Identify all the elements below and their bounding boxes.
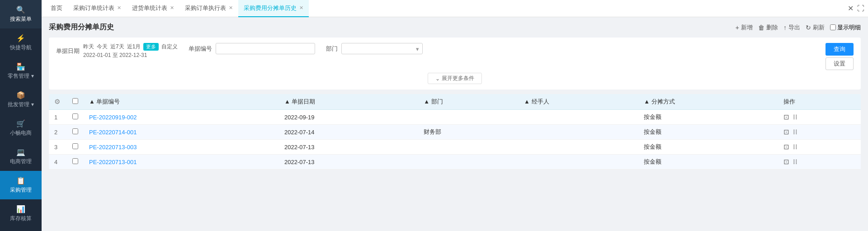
col-dept-label: ▲ 部门 xyxy=(424,98,443,105)
sidebar-icon-inventory: 📊 xyxy=(16,205,25,213)
tab-home[interactable]: 首页 xyxy=(45,0,68,17)
tab-close-inbound-stat[interactable]: ✕ xyxy=(170,5,174,11)
tab-purchase-order-stat[interactable]: 采购订单统计表✕ xyxy=(68,0,127,17)
order-no-input[interactable] xyxy=(216,43,315,54)
tab-bar: 首页采购订单统计表✕进货单统计表✕采购订单执行表✕采购费用分摊单历史✕ ✕ ⛶ xyxy=(42,0,868,17)
row-checkbox-cell-2 xyxy=(67,140,84,155)
setting-button[interactable]: 设置 xyxy=(826,57,854,70)
row-num-1: 2 xyxy=(49,125,67,140)
expand-conditions-button[interactable]: ⌄ 展开更多条件 xyxy=(428,73,482,84)
dept-select[interactable]: 财务部 xyxy=(341,43,423,54)
action-btn-add[interactable]: +新增 xyxy=(736,24,753,32)
row-checkbox-cell-3 xyxy=(67,155,84,170)
header-actions: +新增🗑删除↑导出↻刷新显示明细 xyxy=(736,24,861,32)
query-panel: 单据日期 昨天今天近7天近1月更多自定义 2022-01-01 至 2022-1… xyxy=(49,38,861,90)
edit-icon-0[interactable]: ⊡ xyxy=(783,113,789,121)
date-shortcut-自定义[interactable]: 自定义 xyxy=(161,43,178,51)
sidebar-item-retail[interactable]: 🏪零售管理 ▾ xyxy=(0,57,42,85)
row-checkbox-0[interactable] xyxy=(72,113,78,119)
action-btn-refresh[interactable]: ↻刷新 xyxy=(806,24,825,32)
row-ops-3: ⊡ ⁞⁞ xyxy=(778,155,861,170)
sidebar-item-wholesale[interactable]: 📦批发管理 ▾ xyxy=(0,85,42,114)
tab-purchase-cost-split[interactable]: 采购费用分摊单历史✕ xyxy=(238,0,309,17)
sidebar-icon-ecom-small: 🛒 xyxy=(16,119,25,128)
more-icon-2[interactable]: ⁞⁞ xyxy=(793,143,797,151)
sidebar: 🔍搜索菜单⚡快捷导航🏪零售管理 ▾📦批发管理 ▾🛒小畅电商💻电商管理📋采购管理📊… xyxy=(0,0,42,231)
date-shortcut-近7天[interactable]: 近7天 xyxy=(110,43,124,51)
sidebar-item-search[interactable]: 🔍搜索菜单 xyxy=(0,0,42,28)
order-no-link-1[interactable]: PE-20220714-001 xyxy=(89,129,137,136)
edit-icon-2[interactable]: ⊡ xyxy=(783,143,789,151)
display-cols-checkbox[interactable] xyxy=(830,24,836,30)
action-icon-export: ↑ xyxy=(783,24,787,31)
date-label: 单据日期 xyxy=(56,47,80,55)
col-settings: ⚙ xyxy=(49,94,67,110)
action-btn-delete[interactable]: 🗑删除 xyxy=(758,24,778,32)
sidebar-icon-purchase: 📋 xyxy=(16,176,25,185)
col-date-label: ▲ 单据日期 xyxy=(284,98,315,105)
search-button[interactable]: 查询 xyxy=(826,43,854,56)
edit-icon-1[interactable]: ⊡ xyxy=(783,128,789,136)
data-table: ⚙ ▲ 单据编号 ▲ 单据日期 ▲ 部门 xyxy=(49,94,861,170)
header-row: ⚙ ▲ 单据编号 ▲ 单据日期 ▲ 部门 xyxy=(49,94,861,110)
tab-close-purchase-cost-split[interactable]: ✕ xyxy=(299,5,303,11)
date-range: 2022-01-01 至 2022-12-31 xyxy=(83,52,178,59)
order-no-link-2[interactable]: PE-20220713-003 xyxy=(89,144,137,151)
date-shortcut-昨天[interactable]: 昨天 xyxy=(83,43,94,51)
tab-purchase-order-exec[interactable]: 采购订单执行表✕ xyxy=(179,0,238,17)
row-checkbox-3[interactable] xyxy=(72,158,78,164)
action-label-export: 导出 xyxy=(788,24,800,32)
maximize-icon[interactable]: ⛶ xyxy=(857,5,864,13)
close-window-icon[interactable]: ✕ xyxy=(848,4,854,13)
more-icon-0[interactable]: ⁞⁞ xyxy=(793,113,797,121)
more-icon-3[interactable]: ⁞⁞ xyxy=(793,158,797,166)
tab-close-purchase-order-exec[interactable]: ✕ xyxy=(229,5,233,11)
chevron-down-icon: ⌄ xyxy=(435,75,440,82)
sidebar-item-ecom-small[interactable]: 🛒小畅电商 xyxy=(0,114,42,142)
row-handler-3 xyxy=(519,155,638,170)
content-area: 采购费用分摊单历史 +新增🗑删除↑导出↻刷新显示明细 单据日期 昨天今天近7天近… xyxy=(42,17,868,231)
row-handler-2 xyxy=(519,140,638,155)
sidebar-item-purchase[interactable]: 📋采购管理 xyxy=(0,171,42,199)
date-shortcuts-group: 昨天今天近7天近1月更多自定义 2022-01-01 至 2022-12-31 xyxy=(83,43,178,59)
tab-close-purchase-order-stat[interactable]: ✕ xyxy=(117,5,121,11)
sidebar-icon-search: 🔍 xyxy=(16,5,25,14)
display-cols-label[interactable]: 显示明细 xyxy=(830,24,861,32)
date-shortcuts: 昨天今天近7天近1月更多自定义 xyxy=(83,43,178,51)
tab-label-home: 首页 xyxy=(51,4,62,12)
table-header: ⚙ ▲ 单据编号 ▲ 单据日期 ▲ 部门 xyxy=(49,94,861,110)
row-checkbox-1[interactable] xyxy=(72,128,78,134)
select-all-checkbox[interactable] xyxy=(72,98,78,104)
tab-inbound-stat[interactable]: 进货单统计表✕ xyxy=(127,0,179,17)
row-split-method-0: 按金额 xyxy=(638,110,778,125)
row-order-no-1: PE-20220714-001 xyxy=(84,125,279,140)
more-icon-1[interactable]: ⁞⁞ xyxy=(793,128,797,136)
action-icon-add: + xyxy=(736,24,739,31)
tab-label-purchase-order-stat: 采购订单统计表 xyxy=(73,4,114,12)
display-cols-text: 显示明细 xyxy=(837,24,861,32)
edit-icon-3[interactable]: ⊡ xyxy=(783,158,789,166)
date-shortcut-今天[interactable]: 今天 xyxy=(97,43,108,51)
order-no-field: 单据编号 xyxy=(189,43,315,54)
order-no-link-0[interactable]: PE-20220919-002 xyxy=(89,114,137,121)
sidebar-item-inventory[interactable]: 📊库存核算 xyxy=(0,199,42,228)
ops-group-1: ⊡ ⁞⁞ xyxy=(783,128,855,136)
row-order-no-2: PE-20220713-003 xyxy=(84,140,279,155)
date-shortcut-近1月[interactable]: 近1月 xyxy=(127,43,141,51)
settings-icon[interactable]: ⚙ xyxy=(54,98,60,105)
page-title: 采购费用分摊单历史 xyxy=(49,23,114,32)
ops-group-0: ⊡ ⁞⁞ xyxy=(783,113,855,121)
sidebar-icon-retail: 🏪 xyxy=(16,62,25,71)
date-shortcut-更多[interactable]: 更多 xyxy=(143,43,159,51)
order-no-link-3[interactable]: PE-20220713-001 xyxy=(89,159,137,165)
row-split-method-2: 按金额 xyxy=(638,140,778,155)
sidebar-item-finance[interactable]: 💰资金管理 xyxy=(0,228,42,231)
action-btn-export[interactable]: ↑导出 xyxy=(783,24,800,32)
sidebar-item-ecom[interactable]: 💻电商管理 xyxy=(0,142,42,171)
tab-label-inbound-stat: 进货单统计表 xyxy=(132,4,167,12)
col-operation: 操作 xyxy=(778,94,861,110)
row-checkbox-2[interactable] xyxy=(72,143,78,149)
action-icon-refresh: ↻ xyxy=(806,24,811,31)
sidebar-item-quick[interactable]: ⚡快捷导航 xyxy=(0,28,42,57)
col-dept: ▲ 部门 xyxy=(418,94,519,110)
